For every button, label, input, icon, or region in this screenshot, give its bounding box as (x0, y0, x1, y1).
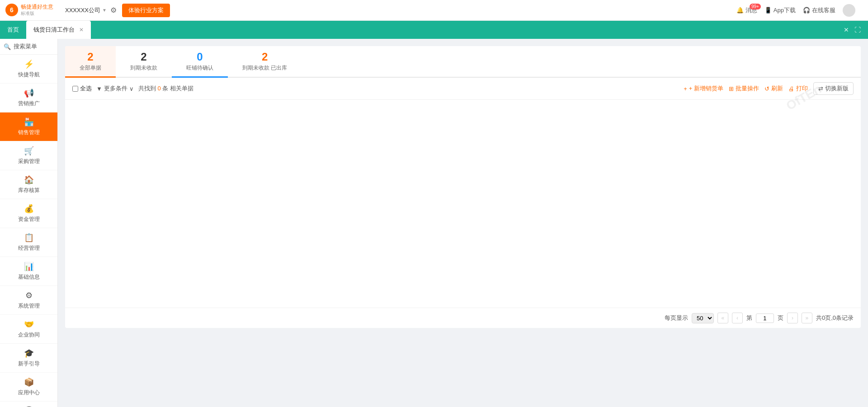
select-all-checkbox[interactable]: 全选 (72, 84, 92, 93)
refresh-button[interactable]: ↺ 刷新 (764, 84, 783, 93)
sidebar-item-quick-nav[interactable]: ⚡ 快捷导航 (0, 55, 57, 84)
headset-icon: 🎧 (803, 7, 810, 14)
batch-label: 批量操作 (736, 84, 759, 93)
sidebar-item-sales[interactable]: 🏪 销售管理 (0, 112, 57, 141)
stat-overdue-label: 到期未收款 (130, 64, 157, 72)
prev-page-icon: ‹ (736, 315, 738, 321)
sidebar-item-purchase[interactable]: 🛒 采购管理 (0, 141, 57, 170)
per-page-label: 每页显示 (665, 314, 688, 322)
newbie-icon: 🎓 (24, 348, 34, 358)
filter-dropdown-icon: ∨ (129, 85, 134, 92)
basic-info-label: 基础信息 (18, 273, 40, 281)
search-menu-button[interactable]: 🔍 搜索菜单 (0, 39, 57, 55)
batch-button[interactable]: ⊞ 批量操作 (729, 84, 759, 93)
tab-maximize-icon[interactable]: ⛶ (854, 26, 861, 33)
online-service-button[interactable]: 🎧 在线客服 (803, 6, 835, 14)
company-dropdown-arrow: ▼ (102, 8, 107, 13)
toolbar: 全选 ▼ 更多条件 ∨ 共找到 0 条 相关单据 + + 新增销货单 (65, 78, 861, 100)
sidebar-item-app-center[interactable]: 📦 应用中心 (0, 373, 57, 402)
toolbar-left: 全选 ▼ 更多条件 ∨ 共找到 0 条 相关单据 (72, 84, 193, 93)
tab-work[interactable]: 钱货日清工作台 ✕ (26, 21, 91, 39)
purchase-label: 采购管理 (18, 158, 40, 165)
select-all-label: 全选 (80, 84, 92, 93)
new-order-button[interactable]: + + 新增销货单 (684, 84, 723, 93)
first-page-button[interactable]: « (717, 313, 728, 323)
pagination-bar: 每页显示 50 « ‹ 第 页 › » 共0页,0条记录 (65, 308, 861, 328)
switch-icon: ⇄ (818, 85, 823, 92)
sidebar-item-system[interactable]: ⚙ 系统管理 (0, 286, 57, 315)
user-avatar[interactable] (843, 4, 855, 17)
next-page-icon: › (792, 315, 793, 321)
filter-button[interactable]: ▼ 更多条件 ∨ (96, 84, 134, 93)
sidebar-item-cooperation[interactable]: 🤝 企业协同 (0, 315, 57, 344)
empty-area (65, 100, 861, 308)
tab-controls: ✕ ⛶ (844, 26, 868, 33)
refresh-icon: ↺ (764, 85, 769, 92)
stat-overdue-out-label: 到期未收款 已出库 (242, 64, 287, 72)
last-page-button[interactable]: » (802, 313, 812, 323)
cooperation-label: 企业协同 (18, 331, 40, 339)
sidebar-item-inventory[interactable]: 🏠 库存核算 (0, 170, 57, 199)
marketing-icon: 📢 (24, 88, 34, 98)
header-right: 🔔 消息 99+ 📱 App下载 🎧 在线客服 (736, 4, 863, 17)
stat-tab-overdue[interactable]: 2 到期未收款 (116, 46, 172, 78)
per-page-select[interactable]: 50 (692, 313, 714, 323)
company-selector[interactable]: XXXXXX公司 ▼ (65, 6, 107, 14)
page-label: 第 (746, 314, 752, 322)
bell-icon: 🔔 (736, 7, 744, 14)
stat-overdue-num: 2 (141, 51, 146, 63)
last-page-icon: » (806, 315, 809, 321)
sidebar-item-wechat[interactable]: 💬 企业微信 (0, 402, 57, 407)
stat-overdue-out-num: 2 (262, 51, 268, 63)
company-name: XXXXXX公司 (65, 6, 100, 14)
mobile-icon: 📱 (764, 7, 772, 14)
stat-pending-label: 旺铺待确认 (186, 64, 213, 72)
sidebar-item-marketing[interactable]: 📢 营销推广 (0, 84, 57, 112)
tab-minimize-icon[interactable]: ✕ (844, 26, 849, 33)
app-center-label: 应用中心 (18, 389, 40, 397)
stat-tab-pending[interactable]: 0 旺铺待确认 (172, 46, 228, 78)
print-label: 打印 (796, 84, 808, 93)
switch-version-button[interactable]: ⇄ 切换新版 (813, 82, 854, 95)
tab-work-label: 钱货日清工作台 (33, 26, 75, 34)
inventory-label: 库存核算 (18, 187, 40, 194)
finance-icon: 💰 (24, 204, 34, 214)
settings-icon[interactable]: ⚙ (110, 6, 117, 14)
refresh-label: 刷新 (771, 84, 783, 93)
trial-button[interactable]: 体验行业方案 (122, 4, 170, 17)
logo-area: 6 畅捷通好生意 标准版 (5, 4, 63, 16)
page-number-input[interactable] (756, 313, 774, 323)
next-page-button[interactable]: › (787, 313, 798, 323)
found-text: 共找到 0 条 相关单据 (138, 84, 193, 93)
tab-close-icon[interactable]: ✕ (79, 27, 84, 33)
app-download-button[interactable]: 📱 App下载 (764, 6, 796, 14)
prev-page-button[interactable]: ‹ (732, 313, 743, 323)
sidebar-item-operation[interactable]: 📋 经营管理 (0, 228, 57, 257)
logo-sub: 标准版 (21, 10, 53, 17)
select-all-input[interactable] (72, 86, 78, 92)
stat-tab-overdue-out[interactable]: 2 到期未收款 已出库 (228, 46, 302, 78)
found-suffix: 相关单据 (170, 85, 193, 92)
logo-icon: 6 (5, 4, 18, 16)
tab-bar: 首页 钱货日清工作台 ✕ ✕ ⛶ (0, 21, 868, 39)
sidebar-item-finance[interactable]: 💰 资金管理 (0, 199, 57, 228)
sidebar-item-newbie[interactable]: 🎓 新手引导 (0, 344, 57, 373)
purchase-icon: 🛒 (24, 146, 34, 156)
message-button[interactable]: 🔔 消息 99+ (736, 6, 757, 14)
logo-text-group: 畅捷通好生意 标准版 (21, 4, 53, 16)
basic-info-icon: 📊 (24, 262, 34, 271)
plus-icon: + (684, 85, 687, 92)
print-button[interactable]: 🖨 打印 (788, 84, 808, 93)
operation-icon: 📋 (24, 233, 34, 243)
sales-label: 销售管理 (18, 129, 40, 136)
switch-label: 切换新版 (825, 84, 849, 93)
stat-tab-all[interactable]: 2 全部单据 (65, 46, 116, 78)
online-service-label: 在线客服 (812, 6, 835, 14)
tab-home[interactable]: 首页 (0, 21, 26, 39)
stat-all-num: 2 (87, 51, 93, 63)
main-content: 2 全部单据 2 到期未收款 0 旺铺待确认 2 到期未收款 已出库 全选 (58, 39, 868, 407)
new-order-label: + 新增销货单 (689, 84, 723, 93)
filter-label: 更多条件 (104, 84, 127, 93)
sidebar-item-basic-info[interactable]: 📊 基础信息 (0, 257, 57, 286)
message-badge: 99+ (750, 4, 761, 9)
